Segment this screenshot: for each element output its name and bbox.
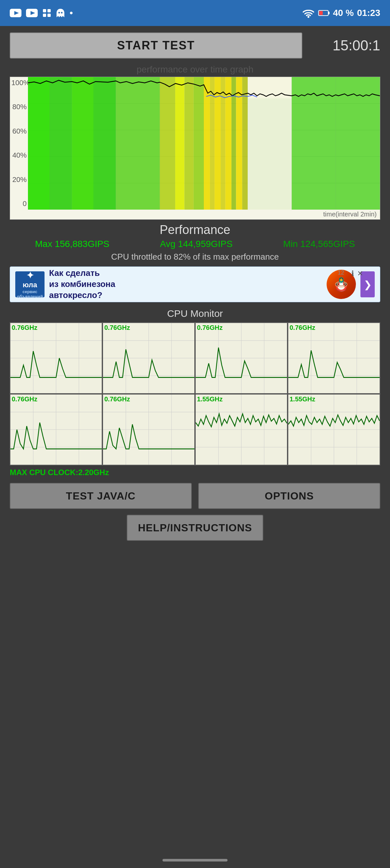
options-button[interactable]: OPTIONS [198, 483, 380, 509]
cpu-graph-svg-0-3 [288, 323, 380, 393]
cpu-monitor-grid: 0.76GHz 0.76GHz [10, 322, 380, 465]
perf-min: Min 124,565GIPS [283, 239, 355, 249]
graph-drawing-area [28, 77, 380, 210]
max-cpu-label: MAX CPU CLOCK:2.20GHz [10, 468, 380, 477]
battery-icon [318, 9, 330, 17]
svg-rect-37 [210, 77, 214, 210]
cpu-freq-1-1: 0.76GHz [104, 396, 130, 403]
svg-rect-46 [292, 77, 336, 210]
timer-display: 15:00:1 [309, 37, 380, 54]
graph-y-labels: 100% 80% 60% 40% 20% 0 [10, 77, 28, 210]
clock-time: 01:23 [357, 8, 380, 18]
cpu-cell-0-2: 0.76GHz [196, 323, 287, 393]
svg-rect-47 [336, 77, 380, 210]
wifi-icon [302, 8, 315, 18]
svg-rect-34 [184, 77, 193, 210]
svg-rect-12 [328, 12, 330, 14]
performance-title: Performance [10, 223, 380, 237]
test-java-c-button[interactable]: TEST JAVA/C [10, 483, 192, 509]
top-row: START TEST 15:00:1 [10, 32, 380, 59]
svg-point-8 [59, 12, 60, 14]
cpu-monitor-title: CPU Monitor [10, 308, 380, 319]
graph-title: performance over time graph [10, 64, 380, 75]
perf-avg: Avg 144,959GIPS [160, 239, 233, 249]
svg-rect-36 [204, 77, 210, 210]
y-label-100: 100% [11, 79, 27, 87]
svg-rect-45 [248, 98, 292, 210]
main-content: START TEST 15:00:1 performance over time… [0, 26, 390, 554]
performance-stats: Performance Max 156,883GIPS Avg 144,959G… [10, 223, 380, 262]
svg-rect-7 [48, 14, 51, 17]
y-label-80: 80% [11, 103, 27, 111]
ad-text: Как сделатьиз комбинезонаавтокресло? [49, 268, 322, 301]
cpu-freq-0-2: 0.76GHz [197, 324, 222, 332]
dot-icon: • [69, 7, 73, 19]
svg-rect-6 [43, 14, 46, 17]
cpu-cell-1-1: 0.76GHz [103, 395, 194, 465]
perf-max: Max 156,883GIPS [35, 239, 110, 249]
cpu-graph-svg-0-2 [196, 323, 287, 393]
cpu-graph-svg-0-0 [10, 323, 102, 393]
svg-rect-41 [231, 77, 236, 210]
cpu-cell-0-0: 0.76GHz [10, 323, 102, 393]
cpu-graph-svg-1-3 [288, 395, 380, 465]
cpu-graph-svg-1-1 [103, 395, 194, 465]
cpu-freq-1-3: 1.55GHz [290, 396, 315, 403]
ad-logo-subtext: сервис объявлений [15, 289, 44, 299]
y-label-40: 40% [11, 151, 27, 160]
ad-info-icon[interactable]: ℹ [351, 270, 354, 278]
svg-rect-5 [48, 9, 51, 12]
cpu-freq-1-2: 1.55GHz [197, 396, 222, 403]
svg-rect-30 [72, 77, 93, 210]
svg-rect-31 [116, 77, 160, 210]
status-bar: • 40 % 01:23 [0, 0, 390, 26]
cpu-freq-1-0: 0.76GHz [12, 396, 37, 403]
help-instructions-button[interactable]: HELP/INSTRUCTIONS [127, 515, 263, 541]
svg-rect-28 [28, 77, 50, 210]
svg-rect-4 [43, 9, 46, 12]
ad-close-icon[interactable]: ✕ [357, 270, 363, 278]
cpu-freq-0-1: 0.76GHz [104, 324, 130, 332]
svg-rect-35 [194, 77, 204, 210]
svg-rect-33 [175, 77, 184, 210]
cpu-graph-svg-1-2 [196, 395, 287, 465]
y-label-0: 0 [11, 199, 27, 208]
youtube-music-icon [26, 9, 38, 17]
home-indicator [162, 859, 228, 862]
y-label-20: 20% [11, 176, 27, 184]
cpu-cell-1-3: 1.55GHz [288, 395, 380, 465]
svg-point-10 [307, 16, 309, 18]
bottom-buttons: TEST JAVA/C OPTIONS [10, 483, 380, 509]
performance-graph-svg [28, 77, 380, 210]
status-bar-right: 40 % 01:23 [302, 8, 380, 18]
y-label-60: 60% [11, 127, 27, 135]
cpu-freq-0-3: 0.76GHz [290, 324, 315, 332]
svg-point-9 [61, 12, 63, 14]
performance-graph: 100% 80% 60% 40% 20% 0 [10, 77, 380, 220]
cpu-cell-0-3: 0.76GHz [288, 323, 380, 393]
cpu-freq-0-0: 0.76GHz [12, 324, 37, 332]
youtube-icon [10, 9, 22, 17]
cpu-cell-0-1: 0.76GHz [103, 323, 194, 393]
cpu-cell-1-0: 0.76GHz [10, 395, 102, 465]
throttle-text: CPU throttled to 82% of its max performa… [10, 252, 380, 262]
svg-rect-13 [319, 11, 323, 15]
performance-numbers: Max 156,883GIPS Avg 144,959GIPS Min 124,… [10, 239, 380, 249]
svg-rect-43 [242, 77, 248, 210]
ad-banner[interactable]: ✦ юла сервис объявлений Как сделатьиз ко… [10, 267, 380, 302]
ad-logo: ✦ юла сервис объявлений [15, 271, 44, 297]
start-test-button[interactable]: START TEST [10, 32, 302, 59]
svg-rect-32 [160, 77, 175, 210]
ad-number: 12 [338, 270, 344, 276]
graph-x-label: time(interval 2min) [323, 211, 377, 218]
ad-logo-text: юла [23, 281, 37, 289]
cpu-cell-1-2: 1.55GHz [196, 395, 287, 465]
cpu-graph-svg-0-1 [103, 323, 194, 393]
ghost-icon [56, 8, 65, 18]
ad-logo-star: ✦ [26, 270, 34, 281]
status-bar-left: • [10, 7, 73, 19]
cpu-graph-svg-1-0 [10, 395, 102, 465]
phone-icon [42, 8, 51, 18]
battery-percent: 40 % [333, 8, 354, 18]
